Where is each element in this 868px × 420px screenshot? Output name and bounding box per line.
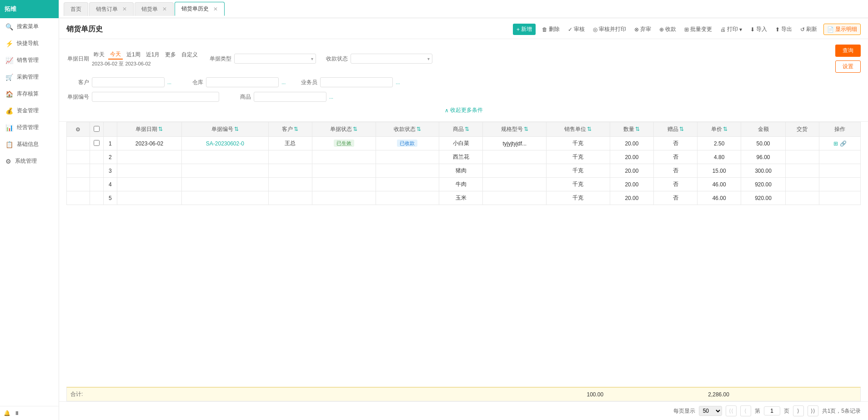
page-input[interactable] bbox=[764, 406, 780, 415]
prev-page-button[interactable]: ⟨ bbox=[740, 405, 751, 416]
row-doc-status: 已生效 bbox=[312, 137, 376, 150]
row-action bbox=[819, 150, 861, 164]
audit-print-button[interactable]: ◎ 审核并打印 bbox=[591, 25, 628, 34]
date-custom[interactable]: 自定义 bbox=[180, 50, 200, 59]
edit-link[interactable]: ⊞ bbox=[833, 140, 838, 147]
per-page-select[interactable]: 50 20 100 bbox=[699, 406, 722, 416]
tab-sales-delivery-close[interactable]: ✕ bbox=[162, 6, 167, 12]
date-last1m[interactable]: 近1月 bbox=[144, 50, 162, 59]
tab-sales-history[interactable]: 销货单历史 ✕ bbox=[175, 2, 225, 16]
col-payment-status[interactable]: 收款状态⇅ bbox=[376, 122, 439, 137]
col-customer[interactable]: 客户⇅ bbox=[268, 122, 312, 137]
system-icon: ⚙ bbox=[5, 158, 11, 165]
setting-button[interactable]: 设置 bbox=[835, 60, 861, 73]
row-qty: 20.00 bbox=[610, 178, 653, 191]
summary-values: 100.00 2,286.00 bbox=[98, 391, 857, 398]
business-ellipsis[interactable]: ... bbox=[396, 80, 400, 85]
payment-status-label: 收款状态 bbox=[325, 55, 348, 63]
sidebar-label-inventory: 库存核算 bbox=[17, 90, 39, 98]
doc-no-input[interactable] bbox=[92, 92, 219, 102]
total-info: 共1页，5条记录 bbox=[822, 407, 861, 415]
col-action: 操作 bbox=[819, 122, 861, 137]
doc-type-select[interactable] bbox=[234, 54, 316, 64]
business-input[interactable] bbox=[320, 77, 393, 87]
table-header-row: ⚙ 单据日期⇅ 单据编号⇅ 客户⇅ 单据状态⇅ 收款状态⇅ 商品⇅ 规格型号⇅ … bbox=[67, 122, 861, 137]
last-page-button[interactable]: ⟩⟩ bbox=[808, 405, 818, 416]
first-page-button[interactable]: ⟨⟨ bbox=[726, 405, 737, 416]
select-all-checkbox[interactable] bbox=[94, 126, 100, 132]
row-transaction bbox=[785, 150, 819, 164]
doc-no-link[interactable]: SA-20230602-0 bbox=[206, 140, 244, 147]
tab-sales-history-close[interactable]: ✕ bbox=[213, 6, 218, 12]
filter-area: 单据日期 昨天 今天 近1周 近1月 更多 自定义 2023-06-02 至 2… bbox=[59, 39, 868, 122]
next-page-button[interactable]: ⟩ bbox=[793, 405, 804, 416]
sidebar-item-finance[interactable]: 💰 资金管理 bbox=[0, 102, 59, 119]
sidebar-item-inventory[interactable]: 🏠 库存核算 bbox=[0, 85, 59, 102]
page-header: 销货单历史 + 新增 🗑 删除 ✓ 审核 ◎ 审核并打印 bbox=[59, 18, 868, 39]
abandon-icon: ⊗ bbox=[634, 26, 639, 33]
print-button[interactable]: 🖨 打印 ▾ bbox=[718, 25, 744, 34]
row-customer: 王总 bbox=[268, 137, 312, 150]
col-doc-status[interactable]: 单据状态⇅ bbox=[312, 122, 376, 137]
delete-button[interactable]: 🗑 删除 bbox=[540, 25, 562, 34]
sidebar-item-sales[interactable]: 📈 销售管理 bbox=[0, 52, 59, 69]
tab-home[interactable]: 首页 bbox=[64, 2, 88, 16]
warehouse-input[interactable] bbox=[206, 77, 279, 87]
col-sales-unit[interactable]: 销售单位⇅ bbox=[547, 122, 610, 137]
collapse-icon: ∧ bbox=[445, 107, 449, 114]
warehouse-label: 仓库 bbox=[181, 79, 203, 86]
audit-button[interactable]: ✓ 审核 bbox=[566, 25, 587, 34]
receive-button[interactable]: ⊕ 收款 bbox=[657, 25, 678, 34]
warehouse-ellipsis[interactable]: ... bbox=[281, 80, 286, 85]
goods-input[interactable] bbox=[254, 92, 326, 102]
summary-total-amount: 2,286.00 bbox=[701, 391, 737, 398]
sidebar-item-system[interactable]: ⚙ 系统管理 bbox=[0, 153, 59, 170]
sidebar-label-search-menu: 搜索菜单 bbox=[17, 23, 39, 30]
show-detail-button[interactable]: 📄 显示明细 bbox=[823, 24, 861, 35]
row-payment-status: 已收款 bbox=[376, 137, 439, 150]
sidebar-footer-icon1[interactable]: 🔔 bbox=[4, 410, 10, 416]
col-goods[interactable]: 商品⇅ bbox=[439, 122, 483, 137]
row-select-checkbox[interactable] bbox=[94, 140, 100, 146]
refresh-button[interactable]: ↺ 刷新 bbox=[798, 25, 819, 34]
date-more[interactable]: 更多 bbox=[163, 50, 178, 59]
date-yesterday[interactable]: 昨天 bbox=[92, 50, 106, 59]
date-last7[interactable]: 近1周 bbox=[125, 50, 142, 59]
row-transaction bbox=[785, 178, 819, 191]
sidebar-item-operations[interactable]: 📊 经营管理 bbox=[0, 119, 59, 136]
col-doc-no[interactable]: 单据编号⇅ bbox=[182, 122, 269, 137]
sidebar-item-quick-nav[interactable]: ⚡ 快捷导航 bbox=[0, 35, 59, 52]
customer-ellipsis[interactable]: ... bbox=[167, 80, 171, 85]
col-qty[interactable]: 数量⇅ bbox=[610, 122, 653, 137]
query-button[interactable]: 查询 bbox=[835, 45, 861, 57]
delete-link[interactable]: 🔗 bbox=[840, 140, 847, 147]
sidebar-item-basic-info[interactable]: 📋 基础信息 bbox=[0, 136, 59, 153]
abandon-button[interactable]: ⊗ 弃审 bbox=[632, 25, 653, 34]
col-settings[interactable]: ⚙ bbox=[67, 122, 90, 137]
tab-sales-order[interactable]: 销售订单 ✕ bbox=[89, 2, 134, 16]
batch-change-button[interactable]: ⊞ 批量变更 bbox=[682, 25, 714, 34]
date-today[interactable]: 今天 bbox=[108, 50, 123, 60]
import-button[interactable]: ⬇ 导入 bbox=[748, 25, 769, 34]
col-spec[interactable]: 规格型号⇅ bbox=[483, 122, 547, 137]
tab-sales-order-close[interactable]: ✕ bbox=[122, 6, 127, 12]
sidebar-label-finance: 资金管理 bbox=[17, 107, 39, 115]
goods-ellipsis[interactable]: ... bbox=[329, 94, 333, 100]
summary-label: 合计: bbox=[70, 390, 98, 398]
export-button[interactable]: ⬆ 导出 bbox=[773, 25, 794, 34]
payment-status-select[interactable] bbox=[351, 54, 432, 64]
sidebar-item-purchase[interactable]: 🛒 采购管理 bbox=[0, 69, 59, 85]
new-button[interactable]: + 新增 bbox=[513, 24, 536, 35]
col-unit-price[interactable]: 单价⇅ bbox=[697, 122, 741, 137]
row-doc-no bbox=[182, 164, 269, 178]
customer-input[interactable] bbox=[92, 77, 165, 87]
sidebar-footer-icon2[interactable]: ⏸ bbox=[14, 410, 20, 416]
col-gift[interactable]: 赠品⇅ bbox=[653, 122, 697, 137]
collapse-button[interactable]: ∧ 收起更多条件 bbox=[445, 106, 483, 114]
sidebar-item-search-menu[interactable]: 🔍 搜索菜单 bbox=[0, 18, 59, 35]
tab-sales-delivery[interactable]: 销货单 ✕ bbox=[135, 2, 174, 16]
col-date[interactable]: 单据日期⇅ bbox=[117, 122, 181, 137]
batch-change-label: 批量变更 bbox=[690, 25, 712, 33]
row-sales-unit: 千克 bbox=[547, 178, 610, 191]
filter-payment-status: 收款状态 bbox=[325, 54, 432, 64]
